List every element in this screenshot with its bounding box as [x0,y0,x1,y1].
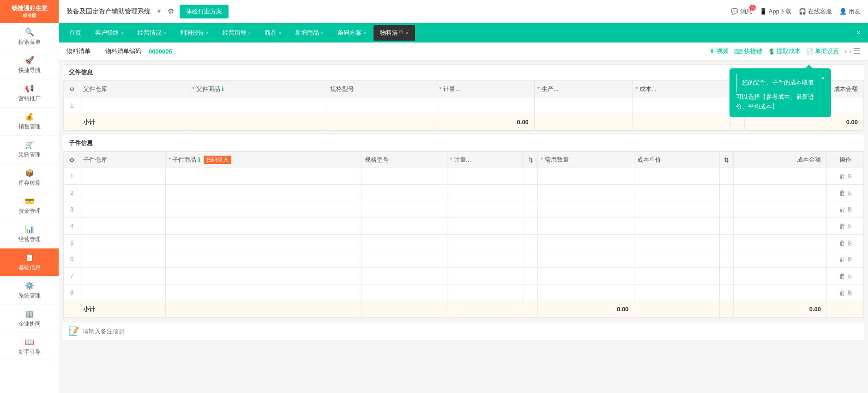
sidebar-item-operation[interactable]: 📊 经营管理 [0,220,59,248]
cost-extract-button[interactable]: 💲 提取成本 [768,47,801,55]
child-warehouse-cell[interactable] [80,284,166,301]
delete-icon[interactable]: 🗑 [839,206,845,213]
child-needed-cell[interactable] [537,168,634,185]
shortcut-button[interactable]: ⌨ 快捷键 [734,47,762,55]
child-spec-cell[interactable] [362,251,447,268]
child-goods-cell[interactable] [165,284,362,301]
tab-close-icon[interactable]: × [278,30,281,36]
grid-view-icon[interactable]: ☰ [853,46,861,56]
sidebar-item-purchase[interactable]: 🛒 采购管理 [0,136,59,164]
tab-new-goods[interactable]: 新增商品 × [289,25,330,41]
sidebar-item-system[interactable]: ⚙️ 系统管理 [0,277,59,305]
copy-icon[interactable]: ⎘ [848,272,852,280]
child-spec-cell[interactable] [362,235,447,251]
child-col-sort[interactable]: ⇅ [524,152,537,168]
copy-icon[interactable]: ⎘ [848,256,852,263]
message-button[interactable]: 💬 6 消息 [731,7,752,16]
child-goods-cell[interactable] [165,268,362,284]
sidebar-item-inventory[interactable]: 📦 库存核算 [0,164,59,192]
tab-home[interactable]: 首页 [63,25,88,41]
parent-unit-cell[interactable] [436,97,535,114]
sidebar-item-guide[interactable]: 📖 新手引导 [0,333,59,361]
close-all-tabs-button[interactable]: × [853,29,864,37]
tooltip-close-button[interactable]: × [821,74,825,84]
delete-icon[interactable]: 🗑 [839,173,845,180]
child-goods-cell[interactable] [165,235,362,251]
tab-close-icon[interactable]: × [321,30,324,36]
child-unit-cost-cell[interactable] [634,268,720,284]
tab-barcode[interactable]: 条码方案 × [331,25,373,41]
child-warehouse-cell[interactable] [80,201,166,218]
tab-goods[interactable]: 商品 × [258,25,288,41]
child-unit-cell[interactable] [447,201,524,218]
scan-badge[interactable]: 扫码录入 [204,156,231,164]
child-unit-cell[interactable] [447,251,524,268]
info-icon2[interactable]: ℹ [198,156,200,163]
child-spec-cell[interactable] [362,268,447,284]
child-needed-cell[interactable] [537,284,634,301]
sidebar-item-basic[interactable]: 📋 基础信息 [0,248,59,277]
app-download-button[interactable]: 📱 App下载 [760,7,791,16]
child-unit-cell[interactable] [447,268,524,284]
child-unit-cost-cell[interactable] [634,284,720,301]
dropdown-arrow-icon[interactable]: ▼ [156,8,162,15]
child-spec-cell[interactable] [362,185,447,201]
child-needed-cell[interactable] [537,251,634,268]
child-goods-cell[interactable] [165,251,362,268]
child-unit-cell[interactable] [447,168,524,185]
delete-icon[interactable]: 🗑 [839,223,845,230]
child-unit-cost-cell[interactable] [634,235,720,251]
tab-close-icon[interactable]: × [206,30,209,36]
child-spec-cell[interactable] [362,201,447,218]
child-spec-cell[interactable] [362,284,447,301]
tab-close-icon[interactable]: × [406,30,409,36]
child-unit-cost-cell[interactable] [634,251,720,268]
child-needed-cell[interactable] [537,201,634,218]
child-needed-cell[interactable] [537,185,634,201]
sidebar-item-marketing[interactable]: 📢 营销推广 [0,79,59,108]
tab-close-icon[interactable]: × [163,30,166,36]
sidebar-item-finance[interactable]: 💳 资金管理 [0,192,59,220]
copy-icon[interactable]: ⎘ [848,173,852,180]
sidebar-item-sales[interactable]: 💰 销售管理 [0,108,59,136]
delete-icon[interactable]: 🗑 [839,256,845,263]
page-prev-icon[interactable]: ‹ [844,47,847,55]
copy-icon[interactable]: ⎘ [848,189,852,197]
online-service-button[interactable]: 🎧 在线客服 [799,7,832,16]
delete-icon[interactable]: 🗑 [839,239,845,247]
user-avatar[interactable]: 👤 用友 [839,7,861,16]
child-unit-cost-cell[interactable] [634,201,720,218]
child-goods-cell[interactable] [165,168,362,185]
child-warehouse-cell[interactable] [80,168,166,185]
child-needed-cell[interactable] [537,235,634,251]
child-warehouse-cell[interactable] [80,268,166,284]
child-unit-cost-cell[interactable] [634,168,720,185]
child-needed-cell[interactable] [537,268,634,284]
parent-cost-cell[interactable] [633,97,731,114]
tab-close-icon[interactable]: × [248,30,251,36]
trial-button[interactable]: 体验行业方案 [180,5,229,18]
parent-goods-cell[interactable] [189,97,327,114]
sidebar-item-enterprise[interactable]: 🏢 企业协同 [0,305,59,333]
gear-icon[interactable]: ⚙ [168,7,174,16]
doc-settings-button[interactable]: 📄 单据设置 [806,47,839,55]
tab-history[interactable]: 经营历程 × [216,25,258,41]
delete-icon[interactable]: 🗑 [839,272,845,280]
child-unit-cell[interactable] [447,185,524,201]
sidebar-item-search[interactable]: 🔍 搜索菜单 [0,23,59,51]
child-goods-cell[interactable] [165,201,362,218]
tab-customer[interactable]: 客户联络 × [89,25,130,41]
child-warehouse-cell[interactable] [80,185,166,201]
tab-close-icon[interactable]: × [121,30,124,36]
child-unit-cell[interactable] [447,284,524,301]
copy-icon[interactable]: ⎘ [848,206,852,213]
page-next-icon[interactable]: › [849,47,851,55]
delete-icon[interactable]: 🗑 [839,289,845,296]
parent-warehouse-cell[interactable] [80,97,189,114]
parent-col-settings[interactable]: ⚙ [64,81,80,97]
tab-close-icon[interactable]: × [363,30,366,36]
parent-spec-cell[interactable] [327,97,436,114]
child-needed-cell[interactable] [537,218,634,235]
tab-bom[interactable]: 物料清单 × [374,25,415,41]
child-warehouse-cell[interactable] [80,218,166,235]
